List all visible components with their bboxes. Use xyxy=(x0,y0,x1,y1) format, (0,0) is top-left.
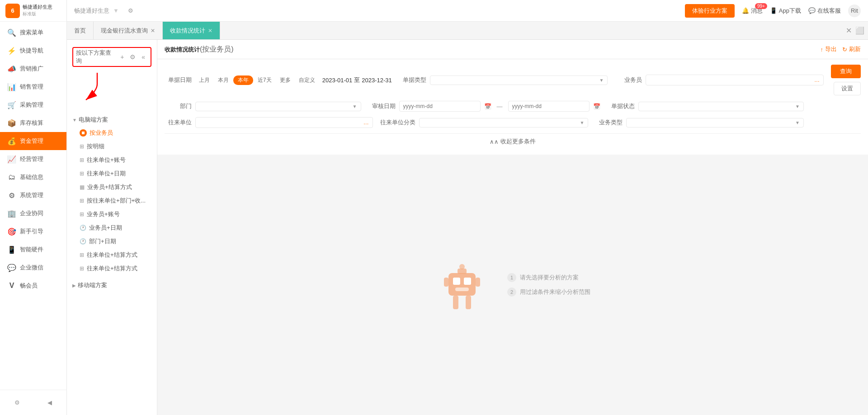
tab-collection-stat[interactable]: 收款情况统计 ✕ xyxy=(163,22,220,39)
breadcrumb: 畅捷通好生意 ▼ xyxy=(74,7,119,15)
sidebar-item-quick-nav[interactable]: ⚡ 快捷导航 xyxy=(0,42,66,60)
tab-bank-flow-close-icon[interactable]: ✕ xyxy=(151,28,155,34)
tree-item-by-salesman[interactable]: 按业务员 xyxy=(67,126,157,140)
export-icon: ↑ xyxy=(821,46,824,53)
filter-counterparty-select[interactable]: … xyxy=(195,117,373,128)
filter-review-start-input[interactable] xyxy=(399,101,481,112)
sidebar-bottom: ⚙ ◀ xyxy=(0,390,66,415)
sidebar-item-finance[interactable]: 💰 资金管理 xyxy=(0,132,66,150)
sidebar-item-guide[interactable]: 🎯 新手引导 xyxy=(0,222,66,241)
review-start-date[interactable] xyxy=(403,103,476,109)
tree-item-counterparty-settlement2[interactable]: ⊞ 往来单位+结算方式 xyxy=(67,262,157,275)
query-buttons: 查询 设置 xyxy=(831,65,861,95)
tree-item-counterparty-settlement1[interactable]: ⊞ 往来单位+结算方式 xyxy=(67,248,157,262)
title-sub: (按业务员) xyxy=(200,45,234,53)
filter-doc-status-select[interactable]: ▼ xyxy=(638,102,804,111)
svg-rect-8 xyxy=(476,278,480,287)
filter-salesman-select[interactable]: … xyxy=(646,75,824,85)
grid-icon: ⊞ xyxy=(80,143,84,150)
sidebar-item-label: 搜索菜单 xyxy=(20,28,43,37)
panel-collapse-icon[interactable]: « xyxy=(139,52,148,61)
tab-close-all-icon[interactable]: ✕ xyxy=(846,26,852,35)
tab-bank-flow[interactable]: 现金银行流水查询 ✕ xyxy=(94,22,163,39)
counterparty-more-icon[interactable]: … xyxy=(363,119,369,126)
sidebar-item-sales[interactable]: 📊 销售管理 xyxy=(0,78,66,96)
tree-group-pc-header[interactable]: ▼ 电脑端方案 xyxy=(67,113,157,126)
online-service-btn[interactable]: 💬 在线客服 xyxy=(808,7,841,15)
sidebar-item-label: 企业微信 xyxy=(20,264,43,272)
tree-item-counterparty-dept-collect[interactable]: ⊞ 按往来单位+部门+收... xyxy=(67,194,157,208)
sidebar-item-label: 资金管理 xyxy=(20,137,43,145)
panel-title-text: 按以下方案查询 xyxy=(76,49,116,65)
robot-svg xyxy=(435,255,489,314)
filter-area: 单据日期 上月 本月 本年 近7天 更多 自定义 2023-01-01 至 xyxy=(157,59,868,155)
calendar-icon-2[interactable]: 📅 xyxy=(593,103,600,110)
main-area: 畅捷通好生意 ▼ ⚙ 体验行业方案 🔔 消息 99+ 📱 App下载 💬 在线客… xyxy=(67,0,868,415)
sidebar-item-basic[interactable]: 🗂 基础信息 xyxy=(0,168,66,186)
app-download-btn[interactable]: 📱 App下载 xyxy=(770,7,801,15)
refresh-button[interactable]: ↻ 刷新 xyxy=(842,45,861,53)
message-btn[interactable]: 🔔 消息 99+ xyxy=(742,7,763,15)
sidebar-item-member[interactable]: V 畅会员 xyxy=(0,277,66,295)
setting-button[interactable]: 设置 xyxy=(834,82,861,95)
trial-button[interactable]: 体验行业方案 xyxy=(685,4,735,18)
tree-item-by-salesman-label: 按业务员 xyxy=(90,129,113,137)
sidebar-item-system[interactable]: ⚙ 系统管理 xyxy=(0,186,66,204)
svg-rect-3 xyxy=(464,278,471,285)
tab-collection-stat-close-icon[interactable]: ✕ xyxy=(208,28,212,34)
date-tab-custom[interactable]: 自定义 xyxy=(295,75,319,85)
sidebar-item-label: 智能硬件 xyxy=(20,245,43,254)
sidebar-item-operations[interactable]: 📈 经营管理 xyxy=(0,150,66,168)
review-end-date[interactable] xyxy=(512,103,585,109)
active-dot-icon xyxy=(80,129,87,137)
tree-item-salesman-account[interactable]: ⊞ 业务员+账号 xyxy=(67,208,157,221)
grid-icon-6: ⊞ xyxy=(80,252,84,258)
tree-item-counterparty-date[interactable]: ⊞ 往来单位+日期 xyxy=(67,167,157,180)
tree-item-counterparty-settlement1-label: 往来单位+结算方式 xyxy=(87,251,137,259)
sidebar-item-label: 畅会员 xyxy=(20,282,38,290)
collapse-bar[interactable]: ∧∧ 收起更多条件 xyxy=(165,133,861,149)
purchase-icon: 🛒 xyxy=(7,100,16,109)
tree-item-dept-date[interactable]: 🕐 部门+日期 xyxy=(67,235,157,248)
sidebar-item-inventory[interactable]: 📦 库存核算 xyxy=(0,114,66,132)
filter-biz-type-select[interactable]: ▼ xyxy=(626,118,804,127)
tree-item-salesman-date[interactable]: 🕐 业务员+日期 xyxy=(67,221,157,235)
export-label: 导出 xyxy=(825,45,837,53)
date-tab-this-month[interactable]: 本月 xyxy=(214,75,232,85)
sidebar-settings-btn[interactable]: ⚙ xyxy=(7,396,27,410)
filter-dept-select[interactable]: ▼ xyxy=(195,102,361,111)
sidebar-collapse-btn[interactable]: ◀ xyxy=(40,396,59,410)
filter-counterparty-cat-select[interactable]: ▼ xyxy=(419,118,589,127)
sidebar-item-wechat[interactable]: 💬 企业微信 xyxy=(0,259,66,277)
sidebar-item-label: 采购管理 xyxy=(20,101,43,109)
tree-item-counterparty-account[interactable]: ⊞ 往来单位+账号 xyxy=(67,153,157,167)
sidebar-item-search[interactable]: 🔍 搜索菜单 xyxy=(0,24,66,42)
date-tab-7days[interactable]: 近7天 xyxy=(254,75,275,85)
sidebar-item-corp[interactable]: 🏢 企业协同 xyxy=(0,204,66,222)
panel-add-btn[interactable]: + xyxy=(118,52,127,61)
panel-settings-icon[interactable]: ⚙ xyxy=(128,52,137,61)
tree-item-salesman-settlement[interactable]: ▦ 业务员+结算方式 xyxy=(67,180,157,194)
sidebar-item-purchase[interactable]: 🛒 采购管理 xyxy=(0,96,66,114)
date-range: 2023-01-01 至 2023-12-31 xyxy=(322,76,392,84)
tree-group-mobile: ▶ 移动端方案 xyxy=(67,277,157,293)
tab-home[interactable]: 首页 xyxy=(67,22,94,39)
calendar-icon[interactable]: 📅 xyxy=(484,103,491,110)
tab-maximize-icon[interactable]: ⬜ xyxy=(855,26,864,35)
date-tab-more[interactable]: 更多 xyxy=(276,75,294,85)
export-button[interactable]: ↑ 导出 xyxy=(821,45,837,53)
salesman-more-icon[interactable]: … xyxy=(814,77,820,83)
tree-group-mobile-header[interactable]: ▶ 移动端方案 xyxy=(67,279,157,292)
user-avatar[interactable]: Rit xyxy=(848,5,861,17)
filter-review-end-input[interactable] xyxy=(508,101,590,112)
filter-doctype-select[interactable]: ▼ xyxy=(430,75,608,85)
system-icon: ⚙ xyxy=(7,191,16,200)
page-content: 按以下方案查询 + ⚙ « xyxy=(67,40,868,415)
query-button[interactable]: 查询 xyxy=(831,65,861,78)
header-gear-btn[interactable]: ⚙ xyxy=(124,5,137,17)
date-tab-last-month[interactable]: 上月 xyxy=(195,75,213,85)
sidebar-item-hardware[interactable]: 📱 智能硬件 xyxy=(0,241,66,259)
date-tab-this-year[interactable]: 本年 xyxy=(233,75,253,85)
sidebar-item-marketing[interactable]: 📣 营销推广 xyxy=(0,60,66,78)
tree-item-by-detail[interactable]: ⊞ 按明细 xyxy=(67,140,157,153)
